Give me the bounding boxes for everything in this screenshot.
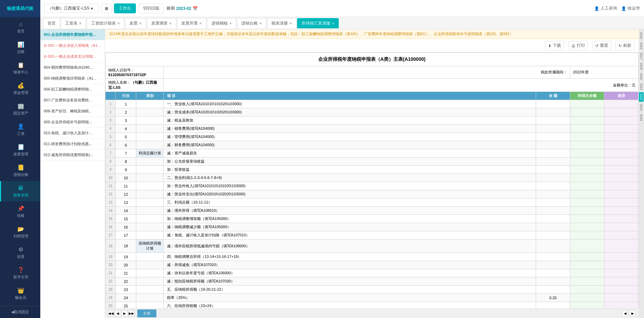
ai-consult[interactable]: 👤 人工咨询: [594, 5, 617, 11]
nav-last-arrow[interactable]: ▶▶: [128, 310, 135, 317]
bottom-tab-main[interactable]: 主表: [137, 309, 156, 317]
download-icon: ⬇: [548, 43, 551, 48]
tab-close-2[interactable]: ✕: [117, 22, 120, 25]
table-header-row: 行次 类别 项 目 全 额 利润主全额 差异: [106, 92, 639, 100]
top-bar: （勾删）江西服宝-LSS ▾ ⊞ 工作台 切到旧版 账期 2023-02 📅 👤…: [40, 0, 644, 17]
sidebar-icon-3: 💰: [17, 82, 24, 89]
history-button[interactable]: 切到旧版: [139, 3, 164, 13]
sidebar-item-设置[interactable]: ⚙设置: [0, 243, 40, 263]
left-panel-item-009[interactable]: 009-企业所得税补亏损明细...: [40, 117, 105, 128]
nav-first-arrow[interactable]: ◀◀: [108, 310, 114, 317]
scroll-left-arrow[interactable]: ◀: [622, 310, 628, 317]
tab-close-3[interactable]: ✕: [139, 22, 142, 25]
sidebar-icon-12: ❓: [17, 267, 24, 273]
table-row: 14 14减：境外所得（填写A108010）: [106, 207, 639, 215]
left-panel-item-006[interactable]: 006-职工薪酬纳税调整明细...: [40, 84, 105, 95]
tab-3[interactable]: 发票✕: [125, 18, 146, 28]
table-row: 16 16减：纳税调整减少额（填写A105000）: [106, 223, 639, 231]
nav-prev-arrow[interactable]: ◀: [115, 310, 121, 317]
sidebar-item-总账[interactable]: 📊总账: [0, 38, 40, 58]
sidebar-item-进销台账[interactable]: 📒进销台账: [0, 161, 40, 181]
tab-close-7[interactable]: ✕: [259, 22, 262, 25]
sidebar-item-新手引导[interactable]: ❓新手引导: [0, 263, 40, 284]
nav-next-arrow[interactable]: ▶: [122, 310, 128, 317]
left-panel-item-011[interactable]: 011-研发费用加计扣除优惠...: [40, 139, 105, 150]
sidebar-item-资金管理[interactable]: 💰资金管理: [0, 79, 40, 99]
sidebar-icon-4: 🏢: [17, 103, 24, 109]
sidebar-item-工资[interactable]: 👤工资: [0, 120, 40, 140]
tab-close-5[interactable]: ✕: [199, 22, 202, 25]
left-panel-item-005[interactable]: 005-纳税调整项目明细表（A1...: [40, 73, 105, 84]
refresh-button[interactable]: ↻ 刷新: [615, 41, 634, 50]
year-tag-2016[interactable]: 2016: [639, 41, 644, 51]
left-panel-item-007[interactable]: 007-广告费和业务宣传费跨...: [40, 95, 105, 106]
tab-close-4[interactable]: ✕: [169, 22, 172, 25]
table-container: 企业所得税年度纳税申报表（A类）主表(A100000) 纳税人识别号：91320…: [105, 53, 639, 308]
company-selector[interactable]: （勾删）江西服宝-LSS ▾: [44, 4, 99, 13]
tab-4[interactable]: 发票测算✕: [147, 18, 176, 28]
left-panel-item-001[interactable]: 001-企业所得税年度纳税申报...: [40, 29, 105, 40]
year-tag-2022[interactable]: 2022: [639, 92, 644, 102]
company-settings-icon[interactable]: ⊞: [102, 4, 111, 13]
table-title: 企业所得税年度纳税申报表（A类）主表(A100000): [106, 53, 639, 66]
table-row: 20 20减：所得减免（填写A107020）: [106, 261, 639, 269]
sidebar-item-畅会员[interactable]: 👑畅会员: [0, 284, 40, 304]
sidebar-icon-7: 📒: [17, 164, 24, 171]
workbench-button[interactable]: 工作台: [114, 3, 136, 13]
left-panel-item-010[interactable]: 010-免税、减计收入及加计...: [40, 128, 105, 139]
table-row: 6 6减：财务费用(填写A104000): [106, 141, 639, 149]
year-tag-2017[interactable]: 2017: [639, 51, 644, 61]
toolbar: ⬇ 下载 🖨 打印 ↺ 重置 ↻ 刷新: [105, 39, 639, 53]
sheet-nav-arrows: ◀◀ ◀ ▶ ▶▶: [108, 310, 135, 317]
table-row: 23 23五、应纳税所得额（19-20-21-22）: [106, 286, 639, 294]
tab-9[interactable]: 所得税汇算清缴✕: [297, 18, 339, 28]
tab-0[interactable]: 首页: [43, 18, 60, 28]
table-row: 21 21减：弥补以前年度亏损（填写A106000）: [106, 269, 639, 277]
left-panel-item-012[interactable]: 012-减免所得税优惠明细表(...: [40, 150, 105, 161]
sidebar-item-报表中心[interactable]: 📋报表中心: [0, 58, 40, 79]
sidebar-icon-2: 📋: [17, 62, 24, 68]
tab-close-6[interactable]: ✕: [229, 22, 232, 25]
print-button[interactable]: 🖨 打印: [568, 41, 588, 50]
year-tag-2024[interactable]: 2024: [639, 113, 644, 122]
table-info-row-1: 纳税人识别号：91320500703719732P 税款所属期间： 2022年度: [106, 66, 639, 79]
left-panel-item-008[interactable]: 008-资产折旧、摊销及纳税...: [40, 106, 105, 117]
table-row: 7 7利润总额计算减：资产减值损失: [106, 149, 639, 157]
year-tag-2019[interactable]: 2019: [639, 31, 644, 40]
sidebar-bottom-pin[interactable]: ◀ 取消固定: [0, 306, 40, 318]
sidebar-item-首页[interactable]: ⌂首页: [0, 17, 40, 38]
tab-close-1[interactable]: ✕: [79, 22, 82, 25]
tab-2[interactable]: 工资统计报表✕: [87, 18, 124, 28]
sidebar-icon-5: 👤: [17, 123, 24, 130]
sidebar-item-归档管理[interactable]: 📂归档管理: [0, 222, 40, 243]
tab-8[interactable]: 税表清册✕: [267, 18, 296, 28]
tab-1[interactable]: 工资表✕: [61, 18, 86, 28]
table-row: 15 15加：纳税调整增加额（填写A105000）: [106, 215, 639, 223]
company-name: （勾删）江西服宝-LSS: [47, 5, 89, 11]
tab-5[interactable]: 发票开票✕: [177, 18, 206, 28]
left-panel-item-003[interactable]: ⊘ 003-一般企业成本支出明细...: [40, 51, 105, 62]
sidebar-item-结账[interactable]: 📌结账: [0, 202, 40, 222]
reset-button[interactable]: ↺ 重置: [592, 41, 611, 50]
calendar-icon[interactable]: 📅: [193, 6, 198, 11]
year-tag-2023[interactable]: 2023: [639, 102, 644, 112]
tab-close-9[interactable]: ✕: [332, 22, 334, 25]
tab-7[interactable]: 进销台账✕: [237, 18, 266, 28]
bottom-tab-bar: ◀◀ ◀ ▶ ▶▶ 主表 ◀ ▶: [105, 308, 639, 318]
sidebar-icon-1: 📊: [17, 41, 24, 48]
table-row: 24 24税率（25%） 0.25: [106, 294, 639, 302]
tab-6[interactable]: 进销稽核✕: [207, 18, 236, 28]
year-tag-2021[interactable]: 2021: [639, 82, 644, 92]
sidebar-item-税务管理[interactable]: 🏛税务管理: [0, 181, 40, 202]
sidebar-item-发票管理[interactable]: 🧾发票管理: [0, 140, 40, 161]
left-panel-item-004[interactable]: 004-期间费用明细表(A1040...: [40, 62, 105, 73]
left-panel-item-002[interactable]: ⊘ 002-一般企业收入明细表（A1...: [40, 40, 105, 51]
scroll-right-arrow[interactable]: ▶: [630, 310, 636, 317]
year-tag-2020[interactable]: 2020: [639, 72, 644, 81]
table-row: 17 17减：免税、减计收入及加计扣除（填写A107010）: [106, 231, 639, 239]
download-button[interactable]: ⬇ 下载: [545, 41, 564, 50]
tab-close-8[interactable]: ✕: [289, 22, 292, 25]
year-tag-2018[interactable]: 2018: [639, 61, 644, 71]
user-profile[interactable]: 👤 徐运华: [621, 5, 640, 11]
sidebar-item-固定资产[interactable]: 🏢固定资产: [0, 99, 40, 120]
